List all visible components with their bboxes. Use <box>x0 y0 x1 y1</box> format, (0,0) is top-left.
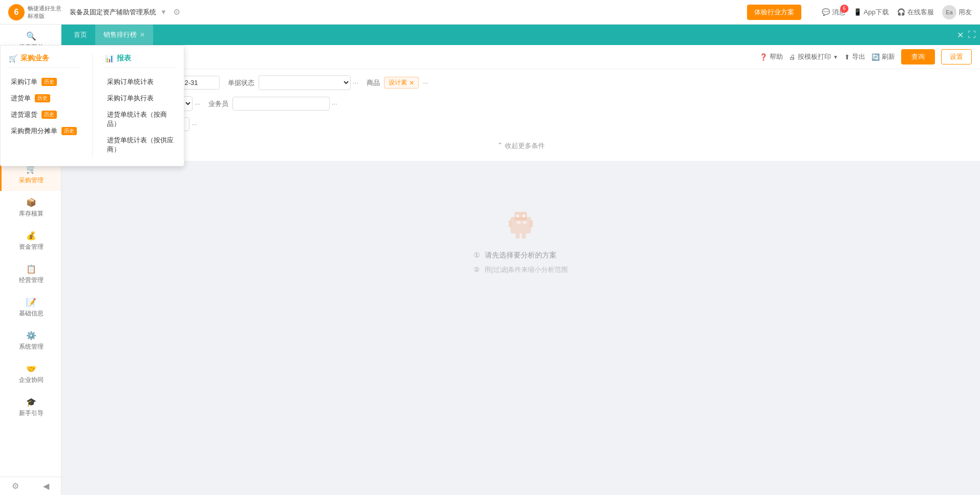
report-section: 📊 报表 采购订单统计表 采购订单执行表 进货单统计表（按商品） 进货单统计表（… <box>105 54 176 158</box>
menu-divider <box>92 54 93 158</box>
avatar: Ea <box>942 5 956 19</box>
print-icon: 🖨 <box>789 53 796 61</box>
refresh-icon: 🔄 <box>871 53 880 61</box>
goods-tag: 设计素 ✕ <box>384 77 419 89</box>
export-btn[interactable]: ⬆ 导出 <box>844 52 865 61</box>
enterprise-icon: 🤝 <box>26 363 36 374</box>
operation-icon: 📋 <box>26 264 36 274</box>
finance-icon: 💰 <box>26 230 36 241</box>
purchase-business-section: 🛒 采购业务 采购订单 历史 进货单 历史 进货退货 历史 采购费用分摊单 <box>61 54 80 158</box>
sidebar-item-newbie[interactable]: 🎓 新手引导 <box>0 391 61 424</box>
report-section-title: 📊 报表 <box>105 54 176 68</box>
topbar-actions: 💬 消息 6 📱 App下载 🎧 在线客服 Ea 用友 <box>822 5 972 19</box>
settings-icon[interactable]: ⚙ <box>173 7 180 17</box>
phone-icon: 📱 <box>854 8 862 16</box>
online-service-btn[interactable]: 🎧 在线客服 <box>897 8 934 17</box>
basic-icon: 📝 <box>26 297 36 307</box>
history-badge-3: 历史 <box>61 127 77 135</box>
goods-tag-close[interactable]: ✕ <box>409 79 414 87</box>
sidebar-item-enterprise[interactable]: 🤝 企业协同 <box>0 357 61 391</box>
svg-point-2 <box>516 214 519 218</box>
salesperson-dots[interactable]: ··· <box>332 100 337 107</box>
system-title: 装备及固定资产辅助管理系统 ▼ ⚙ <box>70 7 747 17</box>
collapse-icon: ⌃ <box>497 141 503 150</box>
window-maximize-icon[interactable]: ⛶ <box>968 30 976 40</box>
logo-text: 畅捷通好生意 标准版 <box>28 5 61 19</box>
topbar: 6 畅捷通好生意 标准版 装备及固定资产辅助管理系统 ▼ ⚙ 体验行业方案 💬 … <box>0 0 980 25</box>
svg-point-3 <box>522 214 525 218</box>
help-icon: ❓ <box>759 53 768 61</box>
help-btn[interactable]: ❓ 帮助 <box>759 52 783 61</box>
menu-item-incoming-stat-supplier[interactable]: 进货单统计表（按供应商） <box>105 132 176 158</box>
purchase-section-title: 🛒 采购业务 <box>61 54 80 68</box>
message-btn[interactable]: 💬 消息 6 <box>822 8 845 17</box>
system-icon: ⚙️ <box>26 330 36 340</box>
system-dropdown-icon[interactable]: ▼ <box>160 8 167 16</box>
menu-item-incoming-stat-goods[interactable]: 进货单统计表（按商品） <box>105 106 176 132</box>
sidebar-item-operation[interactable]: 📋 经营管理 <box>0 257 61 291</box>
empty-state: ① 请先选择要分析的方案 ② 用[过滤]条件来缩小分析范围 <box>61 161 980 315</box>
customer-dots[interactable]: ··· <box>191 120 197 128</box>
tab-sales-rank[interactable]: 销售排行榜 ✕ <box>95 25 153 45</box>
export-icon: ⬆ <box>844 53 850 61</box>
sidebar-item-finance[interactable]: 💰 资金管理 <box>0 224 61 257</box>
menu-item-order-exec[interactable]: 采购订单执行表 <box>105 90 176 106</box>
salesperson-input[interactable] <box>232 97 330 111</box>
settings-btn[interactable]: 设置 <box>941 49 972 64</box>
toolbar: ❓ 帮助 🖨 按模板打印 ▼ ⬆ 导出 🔄 刷新 查询 设置 <box>61 45 980 69</box>
sidebar-item-system[interactable]: ⚙️ 系统管理 <box>0 324 61 357</box>
user-menu-btn[interactable]: Ea 用友 <box>942 5 972 19</box>
window-controls: ✕ ⛶ <box>957 30 976 40</box>
menu-item-order-stat[interactable]: 采购订单统计表 <box>105 74 176 90</box>
headset-icon: 🎧 <box>897 8 905 16</box>
app-download-btn[interactable]: 📱 App下载 <box>854 8 889 17</box>
svg-rect-5 <box>523 221 527 224</box>
sidebar-bottom: ⚙ ◀ <box>0 477 61 495</box>
svg-rect-7 <box>530 220 533 227</box>
goods-filter: 商品 设计素 ✕ ··· <box>367 77 429 89</box>
doc-status-dots[interactable]: ··· <box>353 79 358 87</box>
svg-rect-8 <box>516 233 520 239</box>
tabs-bar: 首页 销售排行榜 ✕ ✕ ⛶ <box>61 25 980 45</box>
empty-hint1: ① 请先选择要分析的方案 <box>474 251 557 260</box>
filter-row-1: 近7天 更多 自定义 - 单据状态 ··· <box>70 75 972 90</box>
menu-item-purchase-expense[interactable]: 采购费用分摊单 历史 <box>61 123 80 139</box>
svg-rect-9 <box>522 233 526 239</box>
filter-area: 近7天 更多 自定义 - 单据状态 ··· <box>61 69 980 161</box>
filter-row-3: 客户 ··· <box>70 117 972 131</box>
refresh-btn[interactable]: 🔄 刷新 <box>871 52 895 61</box>
sidebar-settings-btn[interactable]: ⚙ <box>12 481 19 491</box>
doc-status-select[interactable] <box>259 75 351 90</box>
sidebar-item-basic[interactable]: 📝 基础信息 <box>0 291 61 324</box>
sidebar-collapse-btn[interactable]: ◀ <box>43 481 49 491</box>
menu-item-purchase-order[interactable]: 采购订单 历史 <box>61 74 80 90</box>
message-icon: 💬 <box>822 8 830 16</box>
collapse-row[interactable]: ⌃ 收起更多条件 <box>70 137 972 155</box>
inventory-icon: 📦 <box>26 197 36 207</box>
print-dropdown-icon[interactable]: ▼ <box>833 54 838 60</box>
sidebar-item-inventory[interactable]: 📦 库存核算 <box>0 191 61 224</box>
filter-row-2: 排名项目 金额 ··· 业务员 ··· <box>70 96 972 111</box>
logo-area: 6 畅捷通好生意 标准版 <box>8 4 70 20</box>
goods-dots[interactable]: ··· <box>423 79 429 87</box>
tab-home[interactable]: 首页 <box>66 25 95 45</box>
industry-btn[interactable]: 体验行业方案 <box>747 5 801 20</box>
salesperson-filter: 业务员 ··· <box>208 97 337 111</box>
main-content: 首页 销售排行榜 ✕ ✕ ⛶ ❓ 帮助 🖨 按模板打印 <box>61 25 980 495</box>
report-section-icon: 📊 <box>105 54 114 62</box>
menu-item-incoming-return[interactable]: 进货退货 历史 <box>61 106 80 123</box>
doc-status-filter: 单据状态 ··· <box>228 75 358 90</box>
svg-rect-4 <box>517 221 521 224</box>
rank-item-dots[interactable]: ··· <box>195 100 200 107</box>
print-btn[interactable]: 🖨 按模板打印 ▼ <box>789 52 838 61</box>
search-icon: 🔍 <box>26 31 36 41</box>
search-btn[interactable]: 查询 <box>901 49 935 64</box>
menu-item-incoming[interactable]: 进货单 历史 <box>61 90 80 106</box>
window-restore-icon[interactable]: ✕ <box>957 30 964 40</box>
purchase-dropdown-menu: 🛒 采购业务 采购订单 历史 进货单 历史 进货退货 历史 采购费用分摊单 <box>61 45 184 166</box>
empty-illustration <box>500 202 541 243</box>
tab-close-icon[interactable]: ✕ <box>140 31 145 38</box>
content-area: ❓ 帮助 🖨 按模板打印 ▼ ⬆ 导出 🔄 刷新 查询 设置 <box>61 45 980 495</box>
main-layout: 🔍 搜索菜单 🏠 快捷导航 📢 营销推广 📊 销售管理 🛒 采购管理 📦 库存核… <box>0 25 980 495</box>
logo-icon: 6 <box>8 4 25 20</box>
